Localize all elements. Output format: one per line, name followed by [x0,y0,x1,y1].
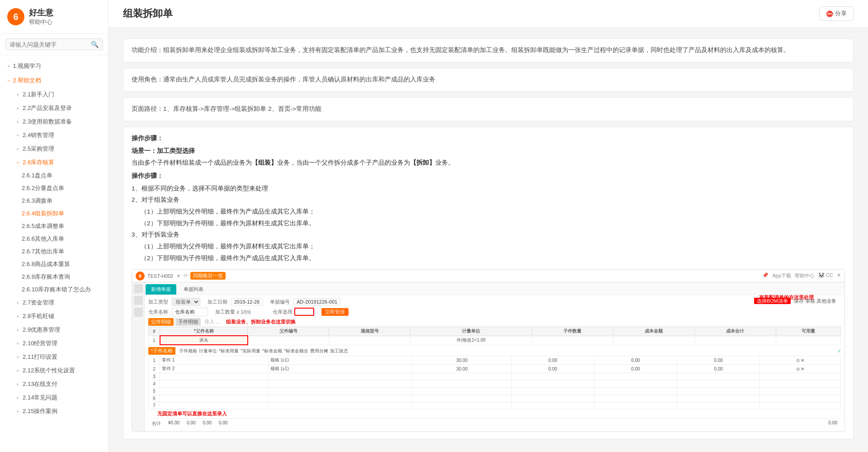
search-icon[interactable]: 🔍 [91,41,99,48]
screenshot-container: 6 TEST-H002 ▼ ⟳ 同期账目一览 📌 App下载 帮助中心 🐼 CC… [132,269,845,432]
mock-footer-total4: 0.00 [219,420,227,427]
search-box[interactable]: 🔍 [5,38,103,50]
sidebar-item-inv8[interactable]: 2.6.8商品成本重算 [0,258,108,271]
mock-child-qty3 [412,373,511,381]
mock-tab-bar: 新增单据 单据列表 [145,282,844,295]
steps-section: 操作步骤： 场景一：加工类型选择 当由多个子件材料组装成一个成品的业务为【组装】… [123,127,854,439]
mock-icon-pin: 📌 [762,272,769,279]
mock-child-actual1: 0.00 [511,356,594,365]
sidebar-item-video[interactable]: + 1.视频学习 [0,59,108,73]
sidebar-item-inv6[interactable]: 2.6.6其他入库单 [0,233,108,245]
mock-warehouse-input [294,308,314,316]
mock-child-expand-icon: ⤢ [837,348,841,353]
sidebar-item-inv1[interactable]: 2.6.1盘点单 [0,169,108,182]
expand-icon-faq: + [16,395,19,400]
mock-child-col-9: 加工状态 [330,348,348,354]
mock-logo-icon: 6 [136,271,145,281]
sidebar-item-inv5[interactable]: 2.6.5成本调整单 [0,220,108,233]
sidebar-item-docs[interactable]: − 2.帮助文档 [0,73,108,88]
main-panel: 组装拆卸单 ⛔ 分享 功能介绍：组装拆卸单用来处理企业组装或拆卸等加工业务，支持… [108,0,868,452]
mock-th-spec: 规格型号 [329,327,410,336]
expand-icon-new: + [16,92,19,97]
brand-subtitle: 帮助中心 [29,18,53,26]
mock-child-table: 1 零件 1 规格 (≥1) 30.00 0.00 0.00 0.00 ⊙ ✕ [148,356,841,409]
mock-child-seq4: 4 [149,381,160,388]
mock-billno-val: AD-20191226-001 [293,298,340,305]
mock-child-total3 [677,373,760,381]
mock-child-ops7 [760,402,841,409]
mock-cell-avail1 [776,336,840,345]
mock-child-ops5 [760,388,841,395]
sidebar-item-print[interactable]: + 2.11打印设置 [0,350,108,364]
sidebar-item-cases[interactable]: + 2.15操作案例 [0,404,108,418]
mock-child-label: 子件明细 [175,318,201,326]
mock-child-col-3: 计量单位 [199,348,217,354]
sidebar-item-mobile[interactable]: + 2.8手机旺铺 [0,309,108,323]
sidebar-item-inv9[interactable]: 2.6.9库存账本查询 [0,271,108,283]
mock-child-seq3: 3 [149,373,160,381]
search-input[interactable] [9,41,91,48]
sidebar-item-inv7[interactable]: 2.6.7其他出库单 [0,245,108,258]
nav-section-video: + 1.视频学习 [0,59,108,73]
sidebar-item-faq[interactable]: + 2.14常见问题 [0,391,108,404]
step-1: 1、根据不同的业务，选择不同单据的类型来处理 [132,183,845,195]
mock-child-name7 [160,402,269,409]
nav-section-docs: − 2.帮助文档 + 2.1新手入门 + 2.2产品安装及登录 + 2.3使用前… [0,73,108,418]
mock-child-seq6: 6 [149,395,160,402]
mock-footer-total3: 0.00 [203,420,212,427]
mock-tab-list: 单据列表 [178,284,209,295]
sidebar-item-pay[interactable]: + 2.13在线支付 [0,377,108,391]
sidebar-item-inv10[interactable]: 2.6.10库存账本错了怎么办 [0,283,108,296]
sidebar-item-inv4[interactable]: 2.6.4组装拆卸单 [0,207,108,220]
mock-cell-totcost1 [694,336,776,345]
mock-parent-label: 父件明细 [148,318,174,326]
mock-child-ops2: ⊙ ✕ [760,365,841,373]
keyword-assembly: 【组装】 [252,159,277,166]
mock-child-total1: 0.00 [677,356,760,365]
mock-child-qty7 [412,402,511,409]
mock-close-icon: ✕ [837,272,841,279]
scene1-desc: 当由多个子件材料组装成一个成品的业务为【组装】业务，当由一个父件拆分成多个子产品… [132,158,845,168]
brand-name: 好生意 [29,7,53,18]
expand-icon-sales: + [16,133,19,138]
scene1-block: 场景一：加工类型选择 当由多个子件材料组装成一个成品的业务为【组装】业务，当由一… [132,147,845,264]
mock-child-actual5 [511,388,594,395]
mock-child-std5 [594,388,677,395]
sidebar-item-ops[interactable]: + 2.10经营管理 [0,337,108,350]
nav-tree: + 1.视频学习 − 2.帮助文档 + 2.1新手入门 + 2.2产品安装及登录… [0,55,108,452]
sidebar-item-sales[interactable]: + 2.4销售管理 [0,128,108,142]
expand-icon-ops: + [16,341,19,346]
mock-nav-icon-2 [134,296,143,305]
sidebar-item-purchase[interactable]: + 2.5采购管理 [0,142,108,156]
mock-child-actual3 [511,373,594,381]
mock-cell-seq1: 1 [149,336,160,345]
sidebar-item-custom[interactable]: + 2.12系统个性化设置 [0,364,108,377]
mock-parent-table-head: # *父件名称 父件编号 规格型号 计量单位 子件数量 成本金额 成本合计 [149,327,841,336]
mock-form-area: 加工类型 组装单 加工日期 2019-12-26 单据编号 AD-2019122… [145,295,844,431]
share-button[interactable]: ⛔ 分享 [819,6,854,21]
mock-child-col-8: 费用分摊 [310,348,328,354]
expand-icon-data: + [16,119,19,124]
mock-child-col-5: *实际用量 [241,348,260,354]
logo-icon: 6 [7,8,24,25]
mock-label-warehouse: 仓库名称 [148,309,168,315]
sidebar-item-finance[interactable]: + 2.7资金管理 [0,296,108,309]
sidebar-item-new[interactable]: + 2.1新手入门 [0,88,108,101]
mock-body: 新增单据 单据列表 加工类型 组装单 加工日期 [132,282,844,431]
mock-child-seq1: 1 [149,356,160,365]
mock-child-std2: 0.00 [594,365,677,373]
sidebar-item-data[interactable]: + 2.3使用前数据准备 [0,115,108,128]
sidebar-item-inventory[interactable]: − 2.6库存核算 [0,156,108,169]
mock-label-type: 加工类型 [148,299,168,305]
mock-child-std3 [594,373,677,381]
mock-child-qty1: 30.00 [412,356,511,365]
mock-child-qty4 [412,381,511,388]
sidebar-item-install[interactable]: + 2.2产品安装及登录 [0,101,108,115]
sidebar-item-inv2[interactable]: 2.6.2分量盘点单 [0,182,108,195]
mock-icon-apps: App下载 [772,272,791,279]
expand-icon-purchase: + [16,146,19,152]
mock-type-select[interactable]: 组装单 [172,298,200,306]
sidebar-item-inv3[interactable]: 2.6.3调拨单 [0,195,108,207]
mock-cell-cnt1 [532,336,613,345]
sidebar-item-coupon[interactable]: + 2.9优惠券管理 [0,323,108,337]
